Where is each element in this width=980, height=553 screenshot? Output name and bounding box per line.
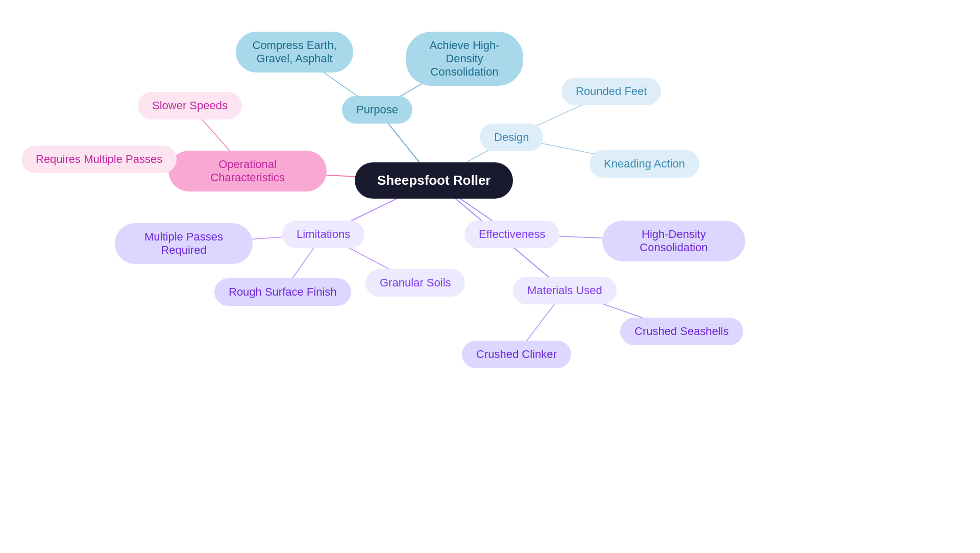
rounded-feet-label: Rounded Feet xyxy=(576,85,647,98)
effectiveness-label: Effectiveness xyxy=(479,228,545,241)
purpose-label: Purpose xyxy=(356,103,398,116)
center-label: Sheepsfoot Roller xyxy=(377,173,491,188)
crushed-clinker-node: Crushed Clinker xyxy=(462,341,571,368)
operational-node: Operational Characteristics xyxy=(168,151,327,191)
effectiveness-node: Effectiveness xyxy=(464,221,559,248)
kneading-action-label: Kneading Action xyxy=(604,157,685,171)
requires-multiple-passes-node: Requires Multiple Passes xyxy=(21,146,177,173)
achieve-node: Achieve High-Density Consolidation xyxy=(406,32,523,86)
achieve-label: Achieve High-Density Consolidation xyxy=(420,39,509,79)
high-density-node: High-Density Consolidation xyxy=(602,221,745,261)
crushed-seashells-label: Crushed Seashells xyxy=(634,325,729,338)
compress-node: Compress Earth, Gravel, Asphalt xyxy=(236,32,353,73)
materials-used-label: Materials Used xyxy=(527,284,602,297)
granular-soils-label: Granular Soils xyxy=(380,276,451,290)
rounded-feet-node: Rounded Feet xyxy=(561,78,661,105)
multiple-passes-node: Multiple Passes Required xyxy=(115,223,253,264)
crushed-clinker-label: Crushed Clinker xyxy=(476,348,557,361)
multiple-passes-label: Multiple Passes Required xyxy=(129,230,238,257)
design-label: Design xyxy=(494,131,529,144)
slower-speeds-node: Slower Speeds xyxy=(138,92,242,119)
purpose-node: Purpose xyxy=(342,96,412,124)
center-node: Sheepsfoot Roller xyxy=(355,162,513,199)
design-node: Design xyxy=(480,124,543,151)
limitations-node: Limitations xyxy=(282,221,364,248)
kneading-action-node: Kneading Action xyxy=(590,150,699,178)
limitations-label: Limitations xyxy=(297,228,350,241)
operational-label: Operational Characteristics xyxy=(183,158,312,184)
materials-used-node: Materials Used xyxy=(513,277,617,304)
rough-surface-label: Rough Surface Finish xyxy=(229,285,337,299)
slower-speeds-label: Slower Speeds xyxy=(152,99,228,112)
compress-label: Compress Earth, Gravel, Asphalt xyxy=(250,39,339,65)
crushed-seashells-node: Crushed Seashells xyxy=(620,318,743,345)
rough-surface-node: Rough Surface Finish xyxy=(214,278,351,306)
high-density-label: High-Density Consolidation xyxy=(617,228,731,254)
granular-soils-node: Granular Soils xyxy=(365,269,465,297)
requires-multiple-passes-label: Requires Multiple Passes xyxy=(36,153,162,166)
